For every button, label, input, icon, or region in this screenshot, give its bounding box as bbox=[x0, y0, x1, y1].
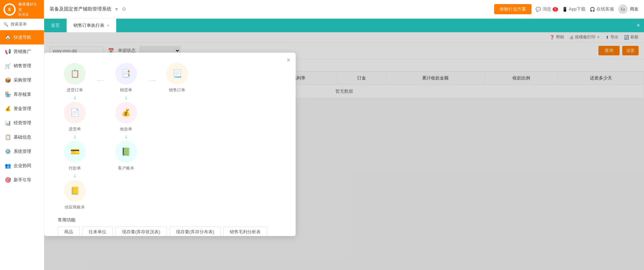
flow-item-customer-account[interactable]: 📗 客户账本 bbox=[109, 141, 143, 171]
sidebar-item-purchase[interactable]: 📦 采购管理 bbox=[0, 73, 44, 87]
marketing-icon: 📢 bbox=[5, 49, 11, 55]
message-icon: 💬 bbox=[536, 7, 541, 12]
common-section: 常用功能 商品 往来单位 现存量(库存状况表) 现存量(库存分布表) 销售毛利分… bbox=[58, 217, 282, 236]
nav-label-operations: 经营管理 bbox=[14, 120, 31, 126]
nav-label-sales: 销售管理 bbox=[14, 63, 31, 69]
popup-close-btn[interactable]: × bbox=[286, 57, 290, 64]
sidebar-item-quick-nav[interactable]: 🏠 快捷导航 bbox=[0, 30, 44, 44]
sidebar-item-enterprise[interactable]: 👥 企业协同 bbox=[0, 159, 44, 173]
arrow-down-1: ↓ bbox=[73, 93, 76, 102]
flow-item-payment-bill[interactable]: 💳 付款单 bbox=[58, 141, 92, 171]
flow-item-purchase-bill[interactable]: 📄 进货单 bbox=[58, 102, 92, 132]
operations-icon: 📊 bbox=[5, 120, 11, 126]
topbar: 装备及固定资产辅助管理系统 ▼ ⚙ 体验行业方案 💬 消息 5 📱 App下载 … bbox=[44, 0, 644, 19]
supplier-account-icon: 📒 bbox=[64, 180, 86, 202]
h-arrow-1: - - - → bbox=[97, 70, 104, 91]
sales-bill-icon: 📑 bbox=[115, 63, 137, 85]
content-area: ❓ 帮助 🖨 按模板打印 ▼ ⬆ 导出 🔄 刷新 bbox=[44, 32, 644, 270]
nav-label-enterprise: 企业协同 bbox=[14, 163, 31, 169]
sidebar-item-inventory[interactable]: 🏪 库存核算 bbox=[0, 87, 44, 102]
common-title: 常用功能 bbox=[58, 217, 282, 223]
sidebar-item-operations[interactable]: 📊 经营管理 bbox=[0, 116, 44, 130]
overlay[interactable]: × 📋 进货订单 ↓ 📄 进货单 bbox=[44, 32, 644, 270]
logo-icon: 6 bbox=[3, 3, 16, 16]
service-label: 在线客服 bbox=[596, 6, 614, 12]
sidebar-item-guide[interactable]: 🎯 新手引导 bbox=[0, 173, 44, 187]
arrow-down-5: ↓ bbox=[125, 132, 127, 141]
nav-label-guide: 新手引导 bbox=[14, 177, 31, 183]
receipt-bill-label: 收款单 bbox=[120, 126, 132, 132]
flow-item-receipt-bill[interactable]: 💰 收款单 bbox=[109, 102, 143, 132]
supplier-account-label: 供应商账本 bbox=[65, 204, 85, 210]
message-label: 消息 bbox=[542, 6, 551, 12]
purchase-bill-icon: 📄 bbox=[64, 102, 86, 124]
search-icon: 🔍 bbox=[3, 22, 8, 27]
flow-item-purchase-order[interactable]: 📋 进货订单 bbox=[58, 63, 92, 93]
nav-label-inventory: 库存核算 bbox=[14, 91, 31, 97]
dropdown-icon[interactable]: ▼ bbox=[114, 6, 119, 12]
payment-bill-label: 付款单 bbox=[69, 165, 81, 171]
receipt-bill-icon: 💰 bbox=[115, 102, 137, 124]
system-title-text: 装备及固定资产辅助管理系统 bbox=[50, 6, 111, 12]
download-icon: 📱 bbox=[562, 7, 568, 12]
customer-account-label: 客户账本 bbox=[118, 165, 134, 171]
logo-area: 6 畅康通好生意 标准版 bbox=[0, 0, 44, 19]
tab-close-icon[interactable]: × bbox=[107, 23, 109, 28]
purchase-order-icon: 📋 bbox=[64, 63, 86, 85]
tab-sales-order-label: 销售订单执行表 bbox=[73, 22, 104, 29]
app-download-btn[interactable]: 📱 App下载 bbox=[562, 6, 586, 12]
common-btn-partners[interactable]: 往来单位 bbox=[82, 227, 113, 236]
arrow-down-2: ↓ bbox=[73, 132, 76, 141]
enterprise-icon: 👥 bbox=[5, 163, 11, 169]
tab-sales-order[interactable]: 销售订单执行表 × bbox=[67, 19, 116, 32]
arrow-down-4: ↓ bbox=[125, 93, 127, 102]
tab-bar: 首页 销售订单执行表 × × bbox=[44, 19, 644, 32]
sales-order-label: 销售订单 bbox=[169, 87, 185, 93]
flow-item-sales-bill[interactable]: 📑 销货单 bbox=[109, 63, 143, 93]
arrow-down-3: ↓ bbox=[73, 171, 76, 180]
inventory-icon: 🏪 bbox=[5, 91, 11, 97]
user-name: 用友 bbox=[630, 6, 639, 12]
settings-icon[interactable]: ⚙ bbox=[122, 6, 126, 12]
sidebar-item-finance[interactable]: 💰 资金管理 bbox=[0, 102, 44, 116]
sales-bill-label: 销货单 bbox=[120, 87, 132, 93]
nav-label-basic: 基础信息 bbox=[14, 134, 31, 140]
common-btn-product[interactable]: 商品 bbox=[58, 227, 80, 236]
flow-item-sales-order[interactable]: 📃 销售订单 bbox=[160, 63, 194, 93]
common-btn-sales-analysis[interactable]: 销售毛利分析表 bbox=[223, 227, 267, 236]
h-arrow-2: ← - - - bbox=[149, 70, 155, 91]
logo-text: 畅康通好生意 标准版 bbox=[18, 2, 40, 17]
sales-order-icon: 📃 bbox=[166, 63, 188, 85]
customer-account-icon: 📗 bbox=[115, 141, 137, 163]
purchase-bill-label: 进货单 bbox=[69, 126, 81, 132]
search-label: 搜索菜单 bbox=[11, 21, 27, 27]
sidebar-item-marketing[interactable]: 📢 营销推广 bbox=[0, 44, 44, 59]
sidebar-item-basic[interactable]: 📋 基础信息 bbox=[0, 130, 44, 144]
tab-home-label: 首页 bbox=[51, 22, 60, 29]
tab-bar-close-btn[interactable]: × bbox=[637, 22, 640, 29]
basic-icon: 📋 bbox=[5, 134, 11, 140]
app-download-label: App下载 bbox=[569, 6, 586, 12]
tab-home[interactable]: 首页 bbox=[44, 19, 67, 32]
nav-label-finance: 资金管理 bbox=[14, 106, 31, 112]
purchase-order-label: 进货订单 bbox=[67, 87, 83, 93]
nav-label-quick-nav: 快捷导航 bbox=[14, 34, 31, 40]
common-btn-stock-status[interactable]: 现存量(库存状况表) bbox=[116, 227, 167, 236]
sidebar-item-sales[interactable]: 🛒 销售管理 bbox=[0, 59, 44, 73]
message-btn[interactable]: 💬 消息 5 bbox=[536, 6, 558, 12]
common-btn-stock-dist[interactable]: 现存量(库存分布表) bbox=[170, 227, 221, 236]
user-area[interactable]: Ea 用友 bbox=[618, 4, 639, 14]
popup: × 📋 进货订单 ↓ 📄 进货单 bbox=[44, 53, 296, 236]
trial-button[interactable]: 体验行业方案 bbox=[494, 4, 532, 14]
avatar: Ea bbox=[618, 4, 628, 14]
payment-bill-icon: 💳 bbox=[64, 141, 86, 163]
online-service-btn[interactable]: 🎧 在线客服 bbox=[590, 6, 614, 12]
nav-label-purchase: 采购管理 bbox=[14, 77, 31, 83]
sales-icon: 🛒 bbox=[5, 63, 11, 69]
nav-label-marketing: 营销推广 bbox=[14, 49, 31, 55]
sidebar-item-system[interactable]: ⚙️ 系统管理 bbox=[0, 144, 44, 159]
common-btns: 商品 往来单位 现存量(库存状况表) 现存量(库存分布表) 销售毛利分析表 商品… bbox=[58, 227, 282, 236]
system-icon: ⚙️ bbox=[5, 148, 11, 155]
sidebar-search[interactable]: 🔍 搜索菜单 bbox=[0, 19, 44, 30]
flow-item-supplier-account[interactable]: 📒 供应商账本 bbox=[58, 180, 92, 210]
